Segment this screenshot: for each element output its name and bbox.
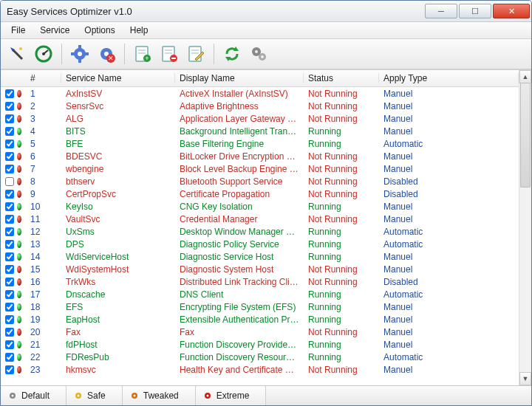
col-status[interactable]: Status [304, 73, 379, 83]
status-dot-icon [17, 153, 21, 160]
toolbar-gear-red-button[interactable]: ✕ [95, 42, 118, 66]
row-display-name: Application Layer Gateway Ser... [175, 114, 304, 124]
table-row[interactable]: 8bthservBluetooth Support ServiceNot Run… [1, 175, 519, 187]
row-apply-type: Manuel [379, 302, 519, 312]
table-row[interactable]: 18EFSEncrypting File System (EFS)Running… [1, 300, 519, 313]
status-dot-icon [17, 103, 21, 110]
row-checkbox[interactable] [5, 114, 14, 123]
vertical-scrollbar[interactable]: ▲ ▼ [519, 70, 531, 385]
table-row[interactable]: 17DnscacheDNS ClientRunningAutomatic [1, 288, 519, 300]
row-service-name: KeyIso [61, 202, 175, 212]
table-row[interactable]: 21fdPHostFunction Discovery Provider Hos… [1, 338, 519, 351]
row-checkbox[interactable] [5, 227, 14, 236]
table-row[interactable]: 9CertPropSvcCertificate PropagationNot R… [1, 187, 519, 200]
row-check-cell [1, 290, 26, 299]
row-checkbox[interactable] [5, 240, 14, 249]
scroll-up-arrow-icon[interactable]: ▲ [519, 70, 531, 83]
row-display-name: Block Level Backup Engine Service [175, 164, 304, 174]
col-display-name[interactable]: Display Name [175, 73, 304, 83]
tab-tweaked[interactable]: Tweaked [123, 386, 196, 405]
table-row[interactable]: 3ALGApplication Layer Gateway Ser...Not … [1, 112, 519, 125]
menu-options[interactable]: Options [78, 24, 120, 37]
table-row[interactable]: 14WdiServiceHostDiagnostic Service HostR… [1, 250, 519, 263]
col-apply-type[interactable]: Apply Type [379, 73, 519, 83]
table-row[interactable]: 22FDResPubFunction Discovery Resource P.… [1, 351, 519, 363]
table-row[interactable]: 2SensrSvcAdaptive BrightnessNot RunningM… [1, 100, 519, 112]
row-display-name: BitLocker Drive Encryption Service [175, 151, 304, 162]
col-service-name[interactable]: Service Name [61, 73, 175, 83]
table-row[interactable]: 23hkmsvcHealth Key and Certificate Man..… [1, 363, 519, 376]
row-checkbox[interactable] [5, 177, 14, 186]
tab-default[interactable]: Default [1, 386, 66, 405]
row-checkbox[interactable] [5, 290, 14, 299]
table-row[interactable]: 13DPSDiagnostic Policy ServiceRunningAut… [1, 238, 519, 250]
row-checkbox[interactable] [5, 278, 14, 286]
minimize-button[interactable]: ─ [425, 4, 457, 18]
table-row[interactable]: 11VaultSvcCredential ManagerNot RunningM… [1, 213, 519, 225]
row-status: Not Running [304, 164, 379, 174]
row-checkbox[interactable] [5, 202, 14, 211]
toolbar-gear-blue-button[interactable] [68, 42, 92, 66]
table-row[interactable]: 4BITSBackground Intelligent Transfer...R… [1, 125, 519, 137]
toolbar-list-remove-button[interactable] [157, 42, 181, 66]
table-row[interactable]: 6BDESVCBitLocker Drive Encryption Servic… [1, 150, 519, 162]
row-checkbox[interactable] [5, 127, 14, 136]
row-checkbox[interactable] [5, 165, 14, 173]
row-checkbox[interactable] [5, 215, 14, 224]
row-check-cell [1, 328, 26, 337]
row-checkbox[interactable] [5, 265, 14, 274]
table-row[interactable]: 20FaxFaxNot RunningManuel [1, 326, 519, 338]
table-row[interactable]: 16TrkWksDistributed Link Tracking Client… [1, 275, 519, 288]
toolbar-list-edit-button[interactable] [184, 42, 208, 66]
row-number: 8 [26, 176, 61, 187]
row-display-name: Base Filtering Engine [175, 139, 304, 149]
close-button[interactable]: ✕ [493, 4, 530, 18]
table-row[interactable]: 7wbengineBlock Level Backup Engine Servi… [1, 162, 519, 175]
row-checkbox[interactable] [5, 315, 14, 324]
maximize-button[interactable]: ☐ [459, 4, 491, 18]
row-checkbox[interactable] [5, 365, 14, 374]
row-checkbox[interactable] [5, 190, 14, 199]
table-row[interactable]: 12UxSmsDesktop Window Manager Sess...Run… [1, 225, 519, 238]
row-checkbox[interactable] [5, 340, 14, 349]
row-display-name: DNS Client [175, 289, 304, 300]
scroll-thumb[interactable] [520, 83, 531, 187]
row-checkbox[interactable] [5, 89, 14, 98]
row-checkbox[interactable] [5, 353, 14, 362]
row-checkbox[interactable] [5, 252, 14, 261]
row-display-name: Health Key and Certificate Man... [175, 365, 304, 375]
menu-service[interactable]: Service [34, 24, 75, 37]
row-number: 13 [26, 239, 61, 250]
row-checkbox[interactable] [5, 328, 14, 337]
tab-safe[interactable]: Safe [66, 386, 123, 405]
menu-file[interactable]: File [5, 24, 31, 37]
toolbar-list-add-button[interactable]: + [131, 42, 154, 66]
scroll-down-arrow-icon[interactable]: ▼ [519, 372, 531, 385]
row-checkbox[interactable] [5, 102, 14, 111]
row-display-name: Background Intelligent Transfer... [175, 126, 304, 137]
menu-help[interactable]: Help [124, 24, 154, 37]
row-apply-type: Manuel [379, 164, 519, 174]
table-row[interactable]: 1AxInstSVActiveX Installer (AxInstSV)Not… [1, 87, 519, 100]
row-number: 10 [26, 202, 61, 212]
svg-point-7 [78, 52, 82, 56]
col-number[interactable]: # [26, 73, 61, 83]
row-status: Not Running [304, 264, 379, 275]
menu-bar: File Service Options Help [1, 22, 531, 39]
table-row[interactable]: 19EapHostExtensible Authentication Proto… [1, 313, 519, 326]
tab-extreme[interactable]: Extreme [196, 386, 267, 405]
row-service-name: DPS [61, 239, 175, 250]
table-row[interactable]: 10KeyIsoCNG Key IsolationRunningManuel [1, 200, 519, 213]
row-checkbox[interactable] [5, 140, 14, 148]
row-check-cell [1, 140, 26, 148]
table-row[interactable]: 15WdiSystemHostDiagnostic System HostNot… [1, 263, 519, 275]
svg-rect-11 [85, 52, 89, 55]
row-checkbox[interactable] [5, 152, 14, 161]
toolbar-meter-button[interactable] [32, 42, 55, 66]
toolbar-refresh-button[interactable] [220, 42, 244, 66]
toolbar-settings-button[interactable] [247, 42, 270, 66]
table-row[interactable]: 5BFEBase Filtering EngineRunningAutomati… [1, 137, 519, 150]
status-dot-icon [17, 115, 21, 123]
row-checkbox[interactable] [5, 303, 14, 312]
toolbar-wand-button[interactable] [5, 42, 29, 66]
